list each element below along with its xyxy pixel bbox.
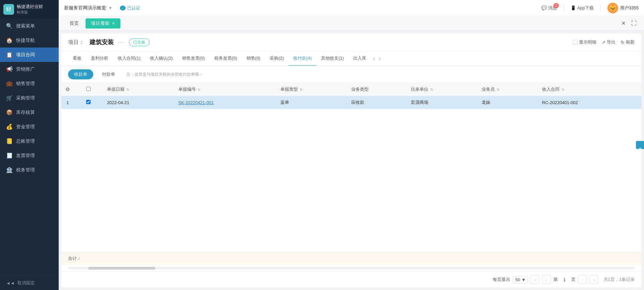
user-menu[interactable]: 🐱 用户3355 bbox=[607, 3, 639, 13]
sidebar-item-purchase[interactable]: 🛒 采购管理 bbox=[0, 91, 59, 105]
account-chevron-icon[interactable]: ▼ bbox=[108, 6, 112, 10]
tab-home-label: 首页 bbox=[69, 20, 79, 26]
horizontal-scrollbar[interactable] bbox=[61, 265, 641, 272]
per-page-select[interactable]: 50 ▼ bbox=[513, 276, 528, 284]
project-icon: 📋 bbox=[6, 52, 13, 58]
subnav-other[interactable]: 其他收支(1) bbox=[316, 51, 348, 66]
subnav-profit[interactable]: 盈利分析 bbox=[86, 51, 113, 66]
table-row[interactable]: 1 2022-04-21 SK-20220421-001 蓝单 应收款 宏茂商场… bbox=[61, 96, 641, 109]
sub-navigation: 看板 盈利分析 收入合同(1) 收入确认(2) 销售发票(0) 税务发票(0) … bbox=[61, 51, 641, 66]
column-settings-icon[interactable]: ⚙ bbox=[65, 86, 70, 92]
user-avatar: 🐱 bbox=[607, 3, 618, 13]
export-label: 导出 bbox=[607, 39, 615, 45]
table-header-row: ⚙ 单据日期 ⇅ 单据编号 ⇅ bbox=[61, 83, 641, 96]
row-income-contract: RC-20220401-002 bbox=[538, 96, 641, 109]
last-page-button[interactable]: » bbox=[590, 275, 598, 284]
sidebar-item-nav[interactable]: 🏠 快捷导航 bbox=[0, 33, 59, 48]
th-business-type: 业务类型 bbox=[347, 83, 407, 96]
tabbar-actions: ✕ ⛶ bbox=[619, 19, 639, 28]
sidebar-item-invoice[interactable]: 🧾 发票管理 bbox=[0, 148, 59, 163]
sidebar-unpin[interactable]: ◄◄ 取消固定 bbox=[0, 276, 59, 290]
more-options-icon[interactable]: ··· bbox=[118, 39, 125, 46]
sidebar-item-search[interactable]: 🔍 搜索菜单 bbox=[0, 19, 59, 33]
sales-icon: 💼 bbox=[6, 80, 13, 87]
tab-close-icon[interactable]: ✕ bbox=[112, 21, 115, 26]
th-partner[interactable]: 往来单位 ⇅ bbox=[407, 83, 478, 96]
scrollbar-thumb[interactable] bbox=[88, 267, 155, 270]
project-label: 项目： bbox=[68, 39, 84, 46]
purchase-icon: 🛒 bbox=[6, 95, 13, 101]
project-status-badge: 已生效 bbox=[129, 39, 150, 46]
row-number-link[interactable]: SK-20220421-001 bbox=[178, 100, 214, 105]
tab-payment[interactable]: 付款单 bbox=[96, 69, 121, 79]
select-all-checkbox[interactable] bbox=[86, 87, 91, 91]
th-checkbox[interactable] bbox=[74, 83, 103, 96]
subnav-inout[interactable]: 出入库 bbox=[348, 51, 371, 66]
type-sort-icon[interactable]: ⇅ bbox=[300, 88, 303, 91]
feedback-button[interactable]: 反馈 bbox=[636, 141, 644, 149]
th-salesperson[interactable]: 业务员 ⇅ bbox=[478, 83, 538, 96]
show-detail-toggle[interactable]: 显示明细 bbox=[573, 39, 596, 45]
contract-sort-icon[interactable]: ⇅ bbox=[561, 88, 564, 91]
prev-page-button[interactable]: ‹ bbox=[542, 275, 551, 284]
th-income-contract[interactable]: 收入合同 ⇅ bbox=[538, 83, 641, 96]
th-date[interactable]: 单据日期 ⇅ bbox=[103, 83, 174, 96]
row-checkbox-cell[interactable] bbox=[74, 96, 103, 109]
close-window-button[interactable]: ✕ bbox=[619, 19, 628, 28]
secondary-tab-note: 注：这里是与项目关联的全部收付款单哦～ bbox=[126, 72, 203, 77]
subnav-purchase[interactable]: 采购(2) bbox=[265, 51, 288, 66]
row-checkbox[interactable] bbox=[86, 100, 91, 104]
svg-text:✓: ✓ bbox=[121, 7, 124, 10]
subnav-tax-invoice[interactable]: 税务发票(0) bbox=[210, 51, 242, 66]
th-settings[interactable]: ⚙ bbox=[61, 83, 74, 96]
subnav-income-confirm[interactable]: 收入确认(2) bbox=[145, 51, 177, 66]
project-header: 项目： 建筑安装 ··· 已生效 显示明细 ↗ 导出 ↻ 刷新 bbox=[61, 33, 641, 51]
subnav-payment[interactable]: 收付款(4) bbox=[288, 51, 316, 66]
subnav-next-arrow[interactable]: › bbox=[377, 53, 382, 64]
subnav-kanban[interactable]: 看板 bbox=[68, 51, 86, 66]
sidebar-item-finance[interactable]: 💰 资金管理 bbox=[0, 120, 59, 134]
th-number[interactable]: 单据编号 ⇅ bbox=[174, 83, 276, 96]
refresh-button[interactable]: ↻ 刷新 bbox=[621, 39, 635, 45]
subnav-sales[interactable]: 销售(0) bbox=[242, 51, 265, 66]
sidebar-item-marketing[interactable]: 📢 营销推广 bbox=[0, 62, 59, 76]
subnav-income-contract[interactable]: 收入合同(1) bbox=[113, 51, 145, 66]
sidebar-item-tax[interactable]: 🏦 税务管理 bbox=[0, 163, 59, 177]
sidebar-item-label: 营销推广 bbox=[16, 66, 35, 72]
maximize-window-button[interactable]: ⛶ bbox=[629, 19, 639, 28]
salesperson-sort-icon[interactable]: ⇅ bbox=[497, 88, 499, 91]
sidebar-item-ledger[interactable]: 📒 总账管理 bbox=[0, 134, 59, 148]
number-sort-icon[interactable]: ⇅ bbox=[198, 88, 200, 91]
export-button[interactable]: ↗ 导出 bbox=[602, 39, 615, 45]
next-page-button[interactable]: › bbox=[578, 275, 587, 284]
subnav-sales-invoice[interactable]: 销售发票(0) bbox=[177, 51, 210, 66]
message-button[interactable]: 💬 消息 1 bbox=[541, 5, 557, 11]
row-number[interactable]: SK-20220421-001 bbox=[174, 96, 276, 109]
th-type[interactable]: 单据类型 ⇅ bbox=[276, 83, 347, 96]
sidebar-item-label: 搜索菜单 bbox=[16, 23, 35, 29]
footer-total-label: 合计： bbox=[68, 256, 81, 261]
sidebar-item-sales[interactable]: 💼 销售管理 bbox=[0, 76, 59, 91]
subnav-prev-arrow[interactable]: ‹ bbox=[371, 53, 377, 64]
tab-receipt[interactable]: 收款单 bbox=[68, 69, 93, 79]
finance-icon: 💰 bbox=[6, 124, 13, 130]
show-detail-label: 显示明细 bbox=[579, 39, 596, 45]
certified-label: 已认证 bbox=[127, 5, 140, 11]
sidebar-scroll: 🔍 搜索菜单 🏠 快捷导航 📋 项目合同 📢 营销推广 💼 销售管理 🛒 采购管… bbox=[0, 19, 59, 276]
total-records-label: 共1页，1条记录 bbox=[604, 277, 635, 283]
detail-checkbox[interactable] bbox=[573, 40, 578, 45]
sidebar-item-project[interactable]: 📋 项目合同 bbox=[0, 48, 59, 62]
sidebar-item-inventory[interactable]: 📦 库存核算 bbox=[0, 105, 59, 120]
tab-project-board[interactable]: 项目看板 ✕ bbox=[86, 18, 120, 28]
tab-home[interactable]: 首页 bbox=[64, 18, 84, 28]
tabbar: 首页 项目看板 ✕ ✕ ⛶ bbox=[59, 16, 644, 31]
app-logo-icon: 财 bbox=[3, 4, 14, 15]
sidebar-item-label: 税务管理 bbox=[16, 167, 35, 173]
app-download-button[interactable]: 📱 App下载 bbox=[571, 5, 594, 11]
date-sort-icon[interactable]: ⇅ bbox=[126, 88, 129, 91]
page-unit-label: 页 bbox=[571, 277, 576, 283]
partner-sort-icon[interactable]: ⇅ bbox=[430, 88, 433, 91]
ledger-icon: 📒 bbox=[6, 138, 13, 144]
account-name[interactable]: 新服务官网演示账套 bbox=[64, 5, 106, 11]
first-page-button[interactable]: « bbox=[531, 275, 539, 284]
